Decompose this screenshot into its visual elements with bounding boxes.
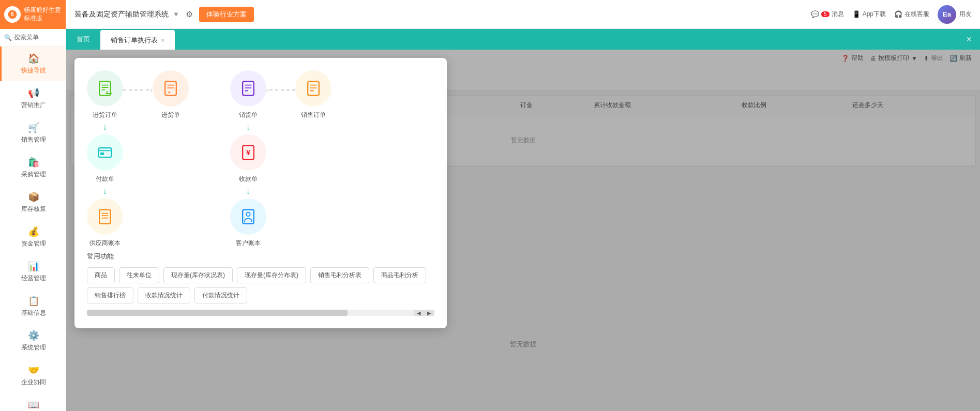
svg-point-23 <box>246 212 250 216</box>
func-btn-sales-rank[interactable]: 销售排行榜 <box>87 287 133 303</box>
nav-icon-operations: 📊 <box>28 261 39 272</box>
top-bar: 装备及固定资产辅助管理系统 ▼ ⚙ 体验行业方案 💬 5 消息 📱 App下载 … <box>66 0 980 29</box>
sidebar-item-sales[interactable]: 🛒 销售管理 <box>0 116 66 150</box>
sidebar-item-system[interactable]: ⚙️ 系统管理 <box>0 324 66 358</box>
func-btn-product-profit[interactable]: 商品毛利分析 <box>373 267 426 283</box>
node-purchase-bill[interactable]: 进货单 <box>153 70 189 119</box>
scroll-left-arrow[interactable]: ◀ <box>414 310 424 316</box>
payment-icon <box>87 134 123 171</box>
purchase-bill-icon <box>153 70 189 106</box>
scrollbar-thumb[interactable] <box>87 310 348 316</box>
settings-icon[interactable]: ⚙ <box>186 9 193 19</box>
node-purchase-order[interactable]: 进货订单 <box>87 70 123 119</box>
func-btn-payment-stats[interactable]: 付款情况统计 <box>194 287 247 303</box>
node-sale-bill[interactable]: 销货单 <box>230 70 266 119</box>
arrow-down-1: ↓ <box>103 119 108 134</box>
func-btn-stock-status[interactable]: 现存量(库存状况表) <box>163 267 233 283</box>
nav-label-sales: 销售管理 <box>21 135 46 144</box>
dropdown-icon[interactable]: ▼ <box>173 10 179 18</box>
experience-button[interactable]: 体验行业方案 <box>199 7 254 22</box>
func-btns-row1: 商品 往来单位 现存量(库存状况表) 现存量(库存分布表) 销售毛利分析表 商品… <box>87 267 434 283</box>
user-area[interactable]: Ea 用友 <box>938 5 972 24</box>
nav-label-finance: 资金管理 <box>21 239 46 248</box>
nav-label-quick: 快捷导航 <box>21 66 46 75</box>
svg-text:6: 6 <box>11 11 14 17</box>
user-name: 用友 <box>959 10 972 19</box>
node-receipt[interactable]: ¥ 收款单 <box>230 134 266 184</box>
search-label: 搜索菜单 <box>14 33 39 42</box>
func-btn-product[interactable]: 商品 <box>87 267 115 283</box>
headset-icon: 🎧 <box>894 10 902 18</box>
tab-sales-order[interactable]: 销售订单执行表 × <box>100 30 175 51</box>
sidebar-nav: 🏠 快捷导航 📢 营销推广 🛒 销售管理 🛍️ 采购管理 📦 库存核算 💰 <box>0 47 66 411</box>
svg-rect-9 <box>99 210 111 224</box>
tab-home[interactable]: 首页 <box>66 29 100 50</box>
sale-bill-label: 销货单 <box>239 111 258 119</box>
logo-icon: 6 <box>4 6 21 23</box>
nav-icon-basic: 📋 <box>28 295 39 307</box>
svg-rect-6 <box>98 148 111 157</box>
logo-text-line1: 畅康通好生意 <box>24 6 61 14</box>
func-btns-row2: 销售排行榜 收款情况统计 付款情况统计 <box>87 287 434 303</box>
app-download-label: App下载 <box>863 10 886 19</box>
sidebar: 6 畅康通好生意 标准版 🔍 搜索菜单 🏠 快捷导航 📢 营销推广 🛒 销售管理 <box>0 0 66 411</box>
sidebar-item-quick[interactable]: 🏠 快捷导航 <box>0 47 66 81</box>
modal-scrollbar: ◀ ▶ <box>87 310 434 316</box>
sidebar-search[interactable]: 🔍 搜索菜单 <box>0 29 66 47</box>
sidebar-item-finance[interactable]: 💰 资金管理 <box>0 220 66 254</box>
payment-label: 付款单 <box>96 175 114 184</box>
sidebar-item-guide[interactable]: 📖 新手引导 <box>0 393 66 411</box>
func-btn-stock-dist[interactable]: 现存量(库存分布表) <box>237 267 306 283</box>
scroll-right-arrow[interactable]: ▶ <box>424 310 434 316</box>
page-area: ❓ 帮助 🖨 按模板打印 ▼ ⬆ 导出 🔄 刷新 <box>66 50 980 411</box>
tab-home-label: 首页 <box>77 35 90 44</box>
receipt-label: 收款单 <box>239 175 258 184</box>
system-title-area: 装备及固定资产辅助管理系统 ▼ <box>74 10 179 19</box>
nav-label-enterprise: 企业协同 <box>21 378 46 387</box>
func-btn-partner[interactable]: 往来单位 <box>119 267 159 283</box>
scrollbar-arrows: ◀ ▶ <box>414 310 434 316</box>
node-supplier-account[interactable]: 供应商账本 <box>87 199 123 248</box>
func-btn-receipt-stats[interactable]: 收款情况统计 <box>138 287 190 303</box>
purchase-order-icon <box>87 70 123 106</box>
sidebar-item-purchase[interactable]: 🛍️ 采购管理 <box>0 150 66 185</box>
sale-order-label: 销售订单 <box>301 111 326 119</box>
svg-text:¥: ¥ <box>246 148 250 157</box>
purchase-bill-label: 进货单 <box>161 111 180 119</box>
sidebar-item-operations[interactable]: 📊 经营管理 <box>0 254 66 289</box>
tab-sales-order-label: 销售订单执行表 <box>111 36 158 45</box>
sidebar-item-enterprise[interactable]: 🤝 企业协同 <box>0 358 66 393</box>
node-customer-account[interactable]: 客户账本 <box>230 199 266 248</box>
sale-bill-icon <box>230 70 266 106</box>
message-badge: 5 <box>821 11 830 17</box>
tabs-bar: 首页 销售订单执行表 × × <box>66 29 980 50</box>
node-payment[interactable]: 付款单 <box>87 134 123 184</box>
online-service-label: 在线客服 <box>904 10 929 19</box>
dashed-arrow-1: › <box>123 86 153 94</box>
logo-area: 6 畅康通好生意 标准版 <box>0 0 66 29</box>
avatar: Ea <box>938 5 956 24</box>
online-service-area[interactable]: 🎧 在线客服 <box>894 10 929 19</box>
scrollbar-track[interactable] <box>87 310 434 316</box>
nav-icon-guide: 📖 <box>28 399 39 410</box>
sidebar-item-basic[interactable]: 📋 基础信息 <box>0 289 66 324</box>
receipt-icon: ¥ <box>230 134 266 171</box>
app-download-area[interactable]: 📱 App下载 <box>852 10 886 19</box>
main-content: 装备及固定资产辅助管理系统 ▼ ⚙ 体验行业方案 💬 5 消息 📱 App下载 … <box>66 0 980 411</box>
nav-icon-inventory: 📦 <box>28 191 39 203</box>
avatar-label: Ea <box>943 10 951 18</box>
tab-main-close[interactable]: × <box>966 34 980 45</box>
sidebar-item-inventory[interactable]: 📦 库存核算 <box>0 185 66 220</box>
nav-label-operations: 经营管理 <box>21 274 46 283</box>
sidebar-item-marketing[interactable]: 📢 营销推广 <box>0 81 66 116</box>
supplier-account-label: 供应商账本 <box>89 239 120 248</box>
node-sale-order[interactable]: 销售订单 <box>295 70 331 119</box>
message-area[interactable]: 💬 5 消息 <box>811 10 844 19</box>
quick-guide-modal: 进货订单 ↓ 付款单 ↓ <box>74 58 447 328</box>
func-btn-sales-profit[interactable]: 销售毛利分析表 <box>310 267 369 283</box>
nav-label-system: 系统管理 <box>21 343 46 352</box>
tab-close-icon[interactable]: × <box>161 37 164 44</box>
message-icon: 💬 <box>811 10 819 18</box>
arrow-down-3: ↓ <box>246 119 250 134</box>
h-arrow-area-2: ‹ <box>266 70 296 94</box>
